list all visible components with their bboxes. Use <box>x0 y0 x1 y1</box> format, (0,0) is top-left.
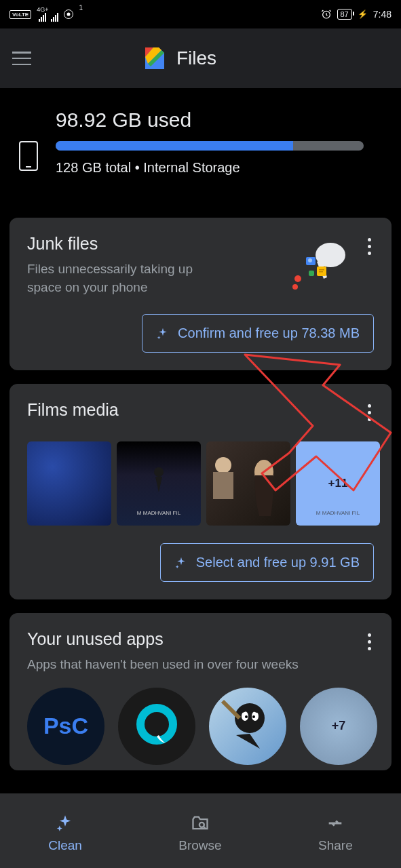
signal-icon: 4G+ <box>37 7 58 22</box>
sparkle-icon <box>56 814 75 833</box>
brush-icon <box>290 238 351 299</box>
app-item[interactable]: PsC <box>27 688 104 765</box>
svg-point-9 <box>292 284 298 290</box>
app-title: Files <box>140 45 216 72</box>
storage-section: 98.92 GB used 128 GB total • Internal St… <box>0 88 401 210</box>
nav-browse[interactable]: Browse <box>178 814 221 853</box>
svg-rect-6 <box>319 271 323 273</box>
svg-point-14 <box>140 708 173 741</box>
svg-point-18 <box>245 715 248 718</box>
svg-rect-5 <box>319 269 324 271</box>
location-icon <box>64 9 73 19</box>
share-icon <box>326 814 345 833</box>
svg-point-10 <box>154 467 164 477</box>
app-item[interactable] <box>118 688 195 765</box>
unused-apps-card: Your unused apps Apps that haven't been … <box>9 613 392 770</box>
junk-desc: Files unnecessarily taking up space on y… <box>27 260 224 296</box>
junk-files-card: Junk files Files unnecessarily taking up… <box>9 218 392 370</box>
film-more-button[interactable]: +11 M MADHVANI FIL <box>296 441 380 526</box>
clock: 7:48 <box>373 9 392 20</box>
more-icon[interactable] <box>365 629 374 654</box>
svg-point-19 <box>252 715 255 718</box>
volte-badge: VoLTE <box>9 10 31 19</box>
svg-point-3 <box>308 258 312 262</box>
storage-detail-label: 128 GB total • Internal Storage <box>56 160 382 176</box>
film-thumbnail[interactable] <box>27 441 111 526</box>
unused-title: Your unused apps <box>27 629 299 649</box>
status-bar: VoLTE 4G+ 1 87 ⚡ 7:48 <box>0 0 401 28</box>
storage-progress <box>56 141 364 151</box>
junk-title: Junk files <box>27 234 224 254</box>
svg-point-20 <box>199 823 204 827</box>
storage-used-label: 98.92 GB used <box>56 108 382 132</box>
confirm-free-up-button[interactable]: Confirm and free up 78.38 MB <box>142 314 374 353</box>
films-title: Films media <box>27 400 119 420</box>
svg-rect-7 <box>309 271 314 276</box>
battery-icon: 87 <box>337 9 352 20</box>
alarm-icon <box>321 9 332 20</box>
svg-rect-12 <box>213 472 233 499</box>
folder-search-icon <box>191 814 210 833</box>
nav-clean[interactable]: Clean <box>48 814 82 853</box>
sparkle-icon <box>156 327 170 340</box>
more-icon[interactable] <box>365 234 374 259</box>
phone-icon <box>19 141 38 171</box>
notification-count: 1 <box>79 4 83 12</box>
sparkle-icon <box>174 556 188 570</box>
select-free-up-button[interactable]: Select and free up 9.91 GB <box>160 543 374 582</box>
app-more-button[interactable]: +7 <box>300 688 377 765</box>
menu-icon[interactable] <box>12 52 31 65</box>
bottom-nav: Clean Browse Share <box>0 793 401 868</box>
app-bar: Files <box>0 28 401 88</box>
films-media-card: Films media M MADHVANI FIL +11 M MADHVAN… <box>9 384 392 599</box>
film-thumbnail[interactable]: M MADHVANI FIL <box>117 441 201 526</box>
more-icon[interactable] <box>365 400 374 425</box>
nav-share[interactable]: Share <box>318 814 353 853</box>
svg-point-8 <box>294 275 301 282</box>
files-logo-icon <box>140 45 167 72</box>
svg-point-11 <box>215 457 231 473</box>
film-thumbnail[interactable] <box>206 441 290 526</box>
charging-icon: ⚡ <box>358 9 368 19</box>
app-item[interactable] <box>209 688 286 765</box>
unused-desc: Apps that haven't been used in over four… <box>27 656 299 674</box>
